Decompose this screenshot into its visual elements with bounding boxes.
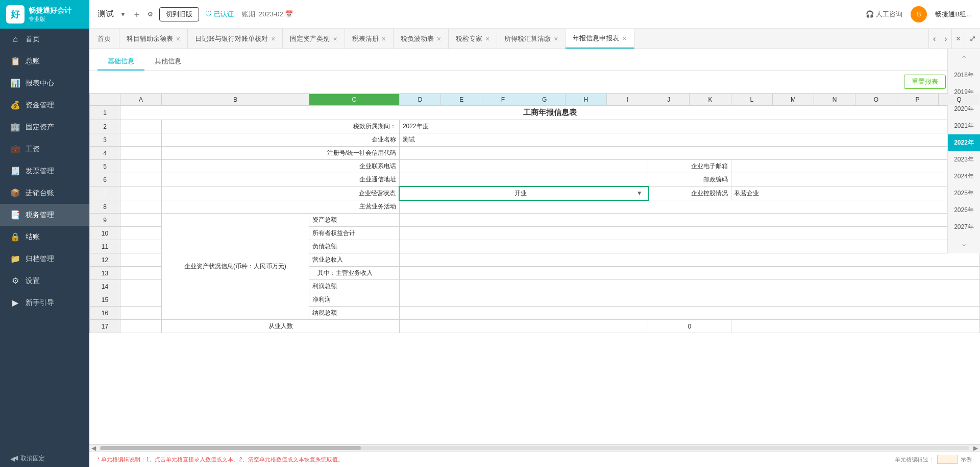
- tab-next-btn[interactable]: ›: [940, 29, 951, 49]
- cell-6J[interactable]: 邮政编码: [648, 173, 731, 186]
- reset-report-btn[interactable]: 重置报表: [904, 75, 946, 89]
- cell-2A[interactable]: [120, 120, 162, 133]
- cell-11A[interactable]: [120, 240, 162, 253]
- topbar-add-btn[interactable]: ＋: [132, 8, 141, 20]
- tab-assets-type[interactable]: 固定资产类别 ×: [283, 29, 345, 49]
- tab-tax-table-close[interactable]: ×: [382, 35, 386, 42]
- cell-8C[interactable]: [399, 200, 979, 214]
- cell-15C[interactable]: 净利润: [309, 293, 399, 307]
- sec-tab-other[interactable]: 其他信息: [144, 53, 191, 71]
- tab-tax-check-close[interactable]: ×: [485, 35, 489, 42]
- h-scrollbar[interactable]: ◀ ▶: [89, 444, 980, 451]
- cell-10D[interactable]: [399, 227, 979, 240]
- cell-3C[interactable]: 测试: [399, 133, 979, 147]
- cell-9A[interactable]: [120, 214, 162, 227]
- sidebar-item-guide[interactable]: ▶新手引导: [0, 292, 89, 314]
- cell-title[interactable]: 工商年报信息表: [120, 106, 980, 120]
- cell-10C[interactable]: 所有者权益合计: [309, 227, 399, 240]
- col-header-Q[interactable]: Q: [938, 94, 979, 106]
- cell-6B[interactable]: 企业通信地址: [162, 173, 400, 186]
- tab-assets-type-close[interactable]: ×: [333, 35, 337, 42]
- cell-16D[interactable]: [399, 307, 979, 320]
- tab-tax-check[interactable]: 税检专家 ×: [449, 29, 497, 49]
- tab-aux-close[interactable]: ×: [176, 35, 180, 42]
- cell-4A[interactable]: [120, 147, 162, 160]
- cell-13A[interactable]: [120, 267, 162, 280]
- cell-6A[interactable]: [120, 173, 162, 186]
- sidebar-item-inventory[interactable]: 📦进销台账: [0, 182, 89, 204]
- col-header-M[interactable]: M: [772, 94, 814, 106]
- col-header-E[interactable]: E: [441, 94, 482, 106]
- col-header-F[interactable]: F: [482, 94, 524, 106]
- topbar-settings-btn[interactable]: ⚙: [148, 11, 153, 18]
- sidebar-item-home[interactable]: ⌂首页: [0, 29, 89, 50]
- sidebar-item-invoice[interactable]: 🧾发票管理: [0, 160, 89, 182]
- topbar-dropdown-btn[interactable]: ▼: [120, 11, 126, 18]
- sec-tab-basic[interactable]: 基础信息: [97, 53, 144, 71]
- sidebar-item-ledger[interactable]: 📋总账: [0, 50, 89, 72]
- cell-15D[interactable]: [399, 293, 979, 307]
- col-header-B[interactable]: B: [162, 94, 309, 106]
- year-2026[interactable]: 2026年: [948, 202, 980, 219]
- cell-14D[interactable]: [399, 280, 979, 293]
- col-header-I[interactable]: I: [606, 94, 648, 106]
- sidebar-item-settings[interactable]: ⚙设置: [0, 270, 89, 292]
- spreadsheet-scroll[interactable]: A B C D E F G H I J K L: [89, 94, 980, 444]
- cell-5C[interactable]: [399, 160, 648, 173]
- collapse-btn[interactable]: ◀ ◀ 取消固定: [0, 450, 89, 467]
- sidebar-item-close[interactable]: 🔒结账: [0, 226, 89, 248]
- tab-tax-wave[interactable]: 税负波动表 ×: [394, 29, 449, 49]
- cell-12A[interactable]: [120, 253, 162, 267]
- cell-17C[interactable]: [399, 320, 648, 333]
- col-header-N[interactable]: N: [814, 94, 855, 106]
- col-header-H[interactable]: H: [565, 94, 606, 106]
- tab-close-all-btn[interactable]: ×: [951, 29, 965, 49]
- cell-9D[interactable]: [399, 214, 979, 227]
- cell-14C[interactable]: 利润总额: [309, 280, 399, 293]
- year-2021[interactable]: 2021年: [948, 118, 980, 134]
- col-header-L[interactable]: L: [731, 94, 772, 106]
- sidebar-item-assets[interactable]: 🏢固定资产: [0, 116, 89, 138]
- service-btn[interactable]: 🎧 人工咨询: [866, 10, 902, 19]
- cell-6K[interactable]: [731, 173, 979, 186]
- cell-16A[interactable]: [120, 307, 162, 320]
- cell-11D[interactable]: [399, 240, 979, 253]
- scroll-right-btn[interactable]: ▶: [971, 445, 980, 452]
- cell-3A[interactable]: [120, 133, 162, 147]
- cell-10A[interactable]: [120, 227, 162, 240]
- tab-home[interactable]: 首页: [89, 29, 119, 49]
- tab-annual[interactable]: 年报信息申报表 ×: [566, 29, 634, 49]
- sidebar-item-archive[interactable]: 📁归档管理: [0, 248, 89, 270]
- cell-5K[interactable]: [731, 160, 979, 173]
- col-header-D[interactable]: D: [399, 94, 440, 106]
- cell-4C[interactable]: [399, 147, 979, 160]
- scroll-left-btn[interactable]: ◀: [89, 445, 98, 452]
- cell-13D[interactable]: [399, 267, 979, 280]
- cell-7B[interactable]: 企业经营状态: [162, 186, 400, 200]
- year-2023[interactable]: 2023年: [948, 151, 980, 168]
- cell-5A[interactable]: [120, 160, 162, 173]
- tab-journal-close[interactable]: ×: [271, 35, 275, 42]
- cell-8A[interactable]: [120, 200, 162, 214]
- cell-12C[interactable]: 营业总收入: [309, 253, 399, 267]
- cell-17A[interactable]: [120, 320, 162, 333]
- col-header-O[interactable]: O: [855, 94, 897, 106]
- cell-5B[interactable]: 企业联系电话: [162, 160, 400, 173]
- cell-7A[interactable]: [120, 186, 162, 200]
- col-header-K[interactable]: K: [690, 94, 731, 106]
- sidebar-item-reports[interactable]: 📊报表中心: [0, 72, 89, 94]
- cell-7K[interactable]: 私营企业: [731, 186, 979, 200]
- cell-4B[interactable]: 注册号/统一社会信用代码: [162, 147, 400, 160]
- col-header-J[interactable]: J: [648, 94, 690, 106]
- cell-5J[interactable]: 企业电子邮箱: [648, 160, 731, 173]
- col-header-C[interactable]: C: [309, 94, 399, 106]
- year-2025[interactable]: 2025年: [948, 185, 980, 202]
- year-2022[interactable]: 2022年: [948, 134, 980, 151]
- cell-12D[interactable]: [399, 253, 979, 267]
- tab-income-tax-close[interactable]: ×: [554, 35, 558, 42]
- tab-income-tax[interactable]: 所得税汇算清缴 ×: [497, 29, 566, 49]
- switch-version-btn[interactable]: 切到旧版: [159, 7, 199, 21]
- tab-expand-btn[interactable]: ⤢: [965, 29, 980, 49]
- sidebar-item-tax[interactable]: 📑税务管理: [0, 204, 89, 226]
- cell-13C[interactable]: 其中：主营业务收入: [309, 267, 399, 280]
